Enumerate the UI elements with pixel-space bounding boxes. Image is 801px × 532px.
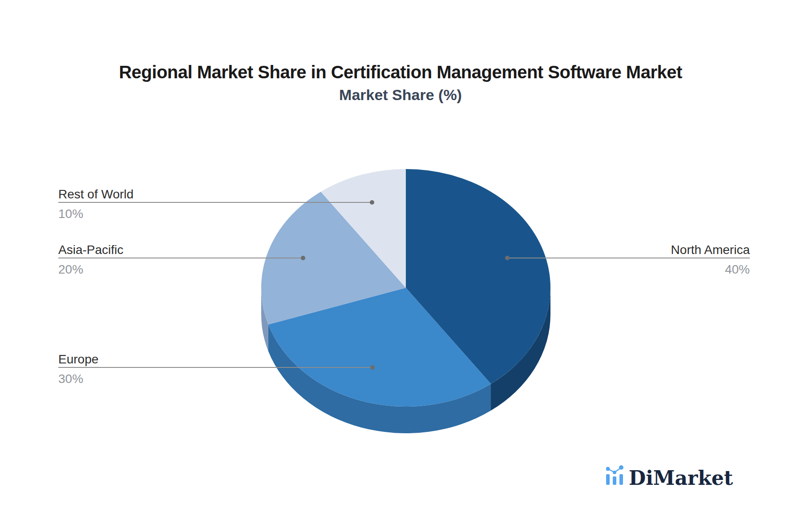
leader-dot <box>505 256 510 260</box>
leader-dot <box>301 256 305 260</box>
callout-value: 10% <box>58 206 372 222</box>
leader-dot <box>370 365 375 370</box>
callout-rest-of-world: Rest of World 10% <box>58 187 372 222</box>
callout-asia-pacific: Asia-Pacific 20% <box>58 242 303 277</box>
callout-europe: Europe 30% <box>58 352 372 387</box>
leader-line <box>58 202 372 203</box>
callout-value: 20% <box>58 262 303 277</box>
leader-line <box>58 258 303 258</box>
callout-label: Asia-Pacific <box>58 242 303 258</box>
callout-label: Rest of World <box>58 187 372 202</box>
leader-line <box>507 258 750 258</box>
callout-value: 30% <box>58 371 372 387</box>
brand-logo: DiMarket <box>606 463 733 489</box>
brand-name: DiMarket <box>629 467 733 489</box>
leader-line <box>58 367 372 368</box>
callout-value: 40% <box>507 262 750 277</box>
bar-line-chart-icon <box>606 463 624 486</box>
callout-label: Europe <box>58 352 372 367</box>
leader-dot <box>370 200 374 205</box>
chart-canvas: Regional Market Share in Certification M… <box>0 0 801 532</box>
callout-north-america: North America 40% <box>507 242 750 277</box>
callout-label: North America <box>507 242 750 258</box>
